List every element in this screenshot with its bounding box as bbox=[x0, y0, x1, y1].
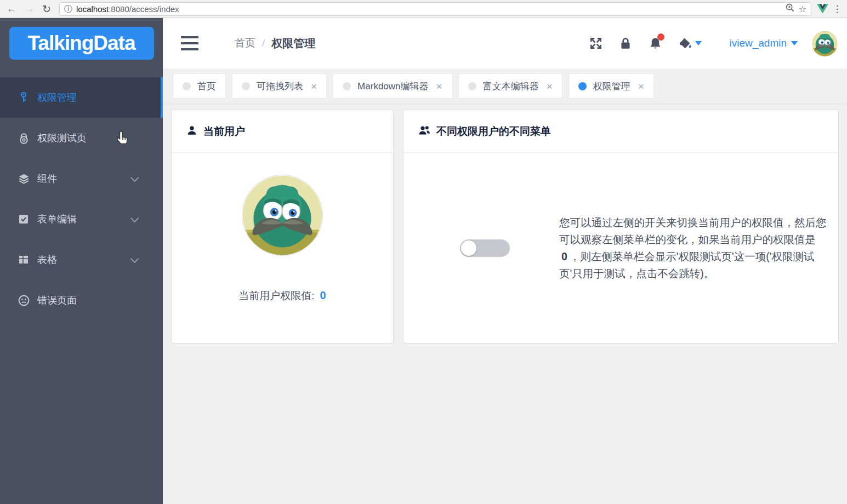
chevron-down-icon bbox=[695, 41, 702, 45]
breadcrumb: 首页 / 权限管理 bbox=[235, 36, 315, 51]
page-info-icon[interactable]: ⓘ bbox=[64, 4, 72, 14]
sidebar-item-label: 组件 bbox=[37, 172, 57, 185]
sidebar-item-label: 表单编辑 bbox=[37, 213, 77, 226]
layers-icon bbox=[16, 171, 31, 186]
page-content: 当前用户 当前用户权限值:0 不同权限用户的不同菜单 您可以通过左侧的开 bbox=[163, 104, 847, 504]
card-title: 当前用户 bbox=[203, 124, 245, 139]
breadcrumb-separator: / bbox=[262, 37, 265, 49]
chevron-down-icon bbox=[130, 173, 139, 182]
close-icon[interactable]: × bbox=[435, 81, 442, 91]
sidebar-item-table[interactable]: 表格 bbox=[0, 239, 163, 280]
chevron-down-icon bbox=[791, 41, 798, 45]
logo-area: TalkingData bbox=[0, 18, 163, 68]
breadcrumb-home[interactable]: 首页 bbox=[235, 36, 255, 50]
mouse-cursor bbox=[115, 130, 128, 149]
vue-devtools-icon[interactable] bbox=[817, 4, 828, 14]
key-icon bbox=[16, 90, 31, 105]
browser-chrome: ← → ↻ ⓘ localhost:8080/access/index ☆ ⋮ bbox=[0, 0, 847, 18]
sidebar-item-access-test[interactable]: 权限测试页 bbox=[0, 118, 163, 158]
description-bold-value: 0 bbox=[559, 250, 570, 262]
card-header: 不同权限用户的不同菜单 bbox=[403, 110, 838, 153]
tab-label: Markdown编辑器 bbox=[357, 80, 428, 93]
browser-menu-icon[interactable]: ⋮ bbox=[832, 3, 843, 15]
switch-knob bbox=[461, 240, 476, 256]
sidebar-item-components[interactable]: 组件 bbox=[0, 158, 163, 199]
current-user-avatar bbox=[242, 175, 323, 256]
description-text: ，则左侧菜单栏会显示'权限测试页'这一项('权限测试页'只用于测试，点击不会跳转… bbox=[559, 250, 815, 279]
tab-dot bbox=[183, 82, 191, 90]
talkingdata-logo[interactable]: TalkingData bbox=[9, 27, 154, 60]
tab-dot bbox=[578, 82, 587, 90]
card-body: 您可以通过左侧的开关来切换当前用户的权限值，然后您可以观察左侧菜单栏的变化，如果… bbox=[403, 153, 838, 343]
sidebar-item-label: 权限管理 bbox=[37, 91, 77, 104]
chevron-down-icon bbox=[130, 214, 139, 222]
permission-value-label: 当前用户权限值: bbox=[238, 290, 314, 301]
browser-forward-icon[interactable]: → bbox=[22, 3, 36, 15]
tab-dot bbox=[343, 82, 351, 90]
url-path: :8080/access/index bbox=[109, 4, 179, 14]
logo-text: TalkingData bbox=[28, 32, 135, 55]
tab-rich-text-editor[interactable]: 富文本编辑器 × bbox=[458, 73, 562, 99]
sidebar-item-access-admin[interactable]: 权限管理 bbox=[0, 77, 163, 118]
sidebar: TalkingData 权限管理 权限测试页 组件 bbox=[0, 18, 163, 504]
tab-label: 权限管理 bbox=[593, 80, 630, 93]
card-body: 当前用户权限值:0 bbox=[172, 153, 393, 303]
paint-bucket-icon bbox=[677, 36, 692, 51]
permission-value: 0 bbox=[320, 289, 326, 301]
permission-value-line: 当前用户权限值:0 bbox=[172, 289, 393, 303]
description-text: 您可以通过左侧的开关来切换当前用户的权限值，然后您可以观察左侧菜单栏的变化，如果… bbox=[559, 216, 827, 245]
tab-label: 富文本编辑器 bbox=[483, 80, 539, 93]
theme-switcher[interactable] bbox=[677, 36, 702, 51]
close-icon[interactable]: × bbox=[637, 81, 644, 91]
permission-description: 您可以通过左侧的开关来切换当前用户的权限值，然后您可以观察左侧菜单栏的变化，如果… bbox=[559, 214, 832, 282]
url-text[interactable]: localhost:8080/access/index bbox=[76, 4, 781, 14]
sad-face-icon bbox=[16, 293, 31, 307]
people-icon bbox=[418, 124, 431, 139]
checkbox-icon bbox=[16, 212, 31, 226]
url-bar[interactable]: ⓘ localhost:8080/access/index ☆ bbox=[59, 2, 811, 16]
tab-access-admin[interactable]: 权限管理 × bbox=[569, 73, 654, 99]
sidebar-item-label: 表格 bbox=[37, 253, 57, 266]
sidebar-item-error-pages[interactable]: 错误页面 bbox=[0, 280, 163, 320]
tab-home[interactable]: 首页 bbox=[173, 73, 226, 99]
lock-screen-icon[interactable] bbox=[618, 36, 633, 51]
notifications-bell-icon[interactable] bbox=[647, 36, 663, 51]
sidebar-item-label: 错误页面 bbox=[37, 294, 77, 307]
tab-label: 首页 bbox=[197, 80, 216, 93]
chevron-down-icon bbox=[130, 254, 139, 263]
close-icon[interactable]: × bbox=[545, 81, 553, 91]
fullscreen-icon[interactable] bbox=[588, 36, 604, 51]
tab-dot bbox=[468, 82, 476, 90]
breadcrumb-current: 权限管理 bbox=[271, 36, 315, 51]
tab-dot bbox=[242, 82, 250, 90]
browser-back-icon[interactable]: ← bbox=[4, 3, 19, 15]
sidebar-menu: 权限管理 权限测试页 组件 表单编辑 bbox=[0, 68, 163, 320]
url-host: localhost bbox=[76, 4, 109, 14]
lock-icon bbox=[16, 131, 31, 145]
current-user-card: 当前用户 当前用户权限值:0 bbox=[171, 110, 394, 343]
username: iview_admin bbox=[729, 37, 787, 49]
notification-badge bbox=[657, 33, 664, 41]
open-page-tabs: 首页 可拖拽列表 × Markdown编辑器 × 富文本编辑器 × 权限管理 × bbox=[163, 68, 847, 104]
person-icon bbox=[186, 124, 198, 139]
card-title: 不同权限用户的不同菜单 bbox=[436, 124, 551, 139]
card-header: 当前用户 bbox=[172, 110, 393, 153]
main-header: 首页 / 权限管理 iview_admin bbox=[163, 18, 847, 68]
browser-refresh-icon[interactable]: ↻ bbox=[39, 3, 54, 15]
sidebar-item-label: 权限测试页 bbox=[37, 131, 87, 145]
user-avatar[interactable] bbox=[812, 31, 838, 56]
header-actions: iview_admin bbox=[588, 31, 847, 56]
sidebar-item-form-edit[interactable]: 表单编辑 bbox=[0, 199, 163, 239]
bookmark-star-icon[interactable]: ☆ bbox=[799, 4, 806, 14]
menu-permission-card: 不同权限用户的不同菜单 您可以通过左侧的开关来切换当前用户的权限值，然后您可以观… bbox=[403, 110, 839, 343]
hamburger-menu-icon[interactable] bbox=[181, 36, 198, 50]
close-icon[interactable]: × bbox=[310, 81, 317, 91]
screen: ← → ↻ ⓘ localhost:8080/access/index ☆ ⋮ … bbox=[0, 0, 847, 504]
table-icon bbox=[16, 253, 31, 267]
permission-switch[interactable] bbox=[460, 239, 510, 257]
tab-markdown-editor[interactable]: Markdown编辑器 × bbox=[333, 73, 452, 99]
tab-draggable-list[interactable]: 可拖拽列表 × bbox=[232, 73, 327, 99]
tab-label: 可拖拽列表 bbox=[257, 80, 303, 93]
user-dropdown[interactable]: iview_admin bbox=[729, 37, 798, 49]
zoom-icon[interactable] bbox=[785, 3, 795, 15]
